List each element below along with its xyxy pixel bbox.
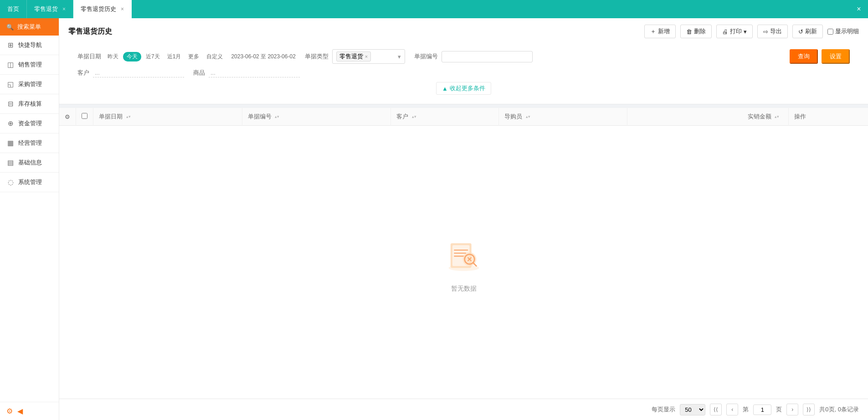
th-voucher-no: 单据编号 ▴▾ [242, 108, 391, 126]
sidebar-item-sales-mgmt[interactable]: ◫ 销售管理 [0, 55, 59, 75]
goods-placeholder: ... [211, 69, 216, 76]
goods-input[interactable]: ... [209, 68, 300, 77]
sidebar-item-sales-mgmt-label: 销售管理 [18, 61, 42, 69]
voucher-type-tag: 零售退货 × [336, 51, 371, 61]
date-range-display: 2023-06-02 至 2023-06-02 [231, 53, 295, 61]
voucher-no-input[interactable] [442, 51, 533, 62]
sidebar-item-purchase-mgmt[interactable]: ◱ 采购管理 [0, 75, 59, 94]
refresh-icon: ↺ [798, 28, 803, 35]
refresh-button[interactable]: ↺ 刷新 [792, 25, 823, 38]
tab-home-label: 首页 [7, 5, 19, 13]
filter-row-1: 单据日期 昨天 今天 近7天 近1月 更多 自定义 2023-06-02 至 2… [77, 49, 850, 64]
operations-icon: ▦ [6, 139, 15, 147]
sidebar-item-finance[interactable]: ⊕ 资金管理 [0, 114, 59, 133]
data-table: ⚙ 单据日期 ▴▾ 单据编号 ▴▾ [59, 108, 868, 126]
tab-retail-return-close[interactable]: × [62, 6, 66, 12]
customer-filter-label: 客户 [77, 69, 89, 77]
empty-illustration [441, 232, 487, 277]
filter-row-2: 客户 ... 商品 ... [77, 68, 850, 77]
print-button[interactable]: 🖨 打印 ▾ [716, 25, 753, 38]
date-options: 昨天 今天 近7天 近1月 更多 自定义 [105, 52, 226, 61]
customer-input[interactable]: ... [93, 68, 184, 77]
search-menu-button[interactable]: 🔍 搜索菜单 [0, 18, 59, 36]
tab-retail-return-history[interactable]: 零售退货历史 × [73, 0, 132, 18]
date-opt-1month[interactable]: 近1月 [164, 52, 184, 61]
voucher-type-select[interactable]: 零售退货 × ▾ [332, 49, 405, 64]
th-customer: 客户 ▴▾ [391, 108, 499, 126]
quick-nav-icon: ⊞ [6, 41, 15, 49]
th-date: 单据日期 ▴▾ [93, 108, 242, 126]
new-button[interactable]: ＋ 新增 [644, 25, 676, 38]
sidebar: 🔍 搜索菜单 ⊞ 快捷导航 ◫ 销售管理 ◱ 采购管理 ⊟ 库存核算 ⊕ 资金管… [0, 18, 59, 420]
th-customer-label: 客户 [396, 113, 408, 120]
export-button[interactable]: ⇨ 导出 [757, 25, 788, 38]
purchase-mgmt-icon: ◱ [6, 80, 15, 88]
sidebar-item-quick-nav[interactable]: ⊞ 快捷导航 [0, 36, 59, 55]
date-opt-more[interactable]: 更多 [185, 52, 202, 61]
voucher-no-label: 单据编号 [414, 52, 438, 61]
select-all-checkbox[interactable] [82, 113, 87, 119]
date-opt-yesterday[interactable]: 昨天 [105, 52, 121, 61]
sidebar-item-purchase-mgmt-label: 采购管理 [18, 80, 42, 88]
th-checkbox[interactable] [76, 108, 93, 126]
settings-icon[interactable]: ⚙ [6, 407, 13, 415]
window-close-button[interactable]: × [850, 0, 868, 18]
first-page-button[interactable]: ⟨⟨ [710, 404, 722, 415]
collapse-label: 收起更多条件 [450, 84, 485, 92]
collapse-button[interactable]: ▲ 收起更多条件 [436, 82, 491, 95]
customer-sort-icon[interactable]: ▴▾ [412, 115, 416, 119]
date-opt-7days[interactable]: 近7天 [143, 52, 163, 61]
last-page-button[interactable]: ⟩⟩ [803, 404, 815, 415]
filter-area: 单据日期 昨天 今天 近7天 近1月 更多 自定义 2023-06-02 至 2… [68, 44, 859, 104]
new-label: 新增 [658, 27, 670, 36]
delete-button[interactable]: 🗑 删除 [680, 25, 712, 38]
th-voucher-no-label: 单据编号 [248, 113, 272, 120]
sidebar-item-basic-info[interactable]: ▤ 基础信息 [0, 153, 59, 173]
page-actions: ＋ 新增 🗑 删除 🖨 打印 ▾ ⇨ 导出 [644, 25, 859, 38]
tab-retail-return-history-close[interactable]: × [121, 6, 124, 12]
sidebar-bottom: ⚙ ◀ [0, 402, 59, 420]
table-settings-icon[interactable]: ⚙ [65, 113, 70, 120]
show-detail-checkbox[interactable]: 显示明细 [827, 27, 859, 36]
sidebar-item-operations[interactable]: ▦ 经营管理 [0, 133, 59, 153]
di-label: 第 [743, 405, 749, 414]
top-bar: 首页 零售退货 × 零售退货历史 × × [0, 0, 868, 18]
date-opt-today[interactable]: 今天 [123, 52, 141, 61]
date-filter-label: 单据日期 [77, 52, 101, 61]
sidebar-item-inventory[interactable]: ⊟ 库存核算 [0, 94, 59, 114]
th-setting[interactable]: ⚙ [59, 108, 76, 126]
content-area: 零售退货历史 ＋ 新增 🗑 删除 🖨 打印 ▾ [59, 18, 868, 420]
prev-page-button[interactable]: ‹ [726, 404, 738, 415]
collapse-sidebar-icon[interactable]: ◀ [17, 407, 23, 415]
th-date-label: 单据日期 [99, 113, 123, 120]
show-detail-input[interactable] [827, 29, 833, 35]
page-number-input[interactable] [753, 405, 771, 415]
sidebar-item-inventory-label: 库存核算 [18, 100, 42, 108]
query-button[interactable]: 查询 [790, 49, 818, 64]
tab-home[interactable]: 首页 [0, 0, 27, 18]
empty-state: 暂无数据 [59, 126, 868, 399]
print-icon: 🖨 [722, 28, 728, 35]
page-total: 共0页, 0条记录 [819, 405, 859, 414]
empty-text: 暂无数据 [451, 285, 477, 293]
page-size-select[interactable]: 10 20 50 100 [680, 404, 705, 415]
th-guide-label: 导购员 [504, 113, 522, 120]
voucher-type-tag-label: 零售退货 [339, 52, 363, 61]
table-header-row: ⚙ 单据日期 ▴▾ 单据编号 ▴▾ [59, 108, 868, 126]
sidebar-item-system-mgmt[interactable]: ◌ 系统管理 [0, 173, 59, 192]
amount-sort-icon[interactable]: ▴▾ [775, 115, 779, 119]
voucher-no-sort-icon[interactable]: ▴▾ [275, 115, 279, 119]
customer-filter: 客户 ... [77, 68, 184, 77]
th-operation-label: 操作 [794, 113, 806, 120]
tab-retail-return[interactable]: 零售退货 × [27, 0, 73, 18]
plus-icon: ＋ [650, 27, 656, 36]
voucher-type-tag-close[interactable]: × [365, 54, 368, 59]
next-page-button[interactable]: › [786, 404, 798, 415]
settings-filter-button[interactable]: 设置 [822, 49, 850, 64]
search-menu-label: 搜索菜单 [17, 23, 41, 31]
date-opt-custom[interactable]: 自定义 [204, 52, 226, 61]
refresh-label: 刷新 [805, 27, 817, 36]
page-header: 零售退货历史 ＋ 新增 🗑 删除 🖨 打印 ▾ [59, 18, 868, 104]
date-sort-icon[interactable]: ▴▾ [126, 115, 131, 119]
guide-sort-icon[interactable]: ▴▾ [526, 115, 530, 119]
